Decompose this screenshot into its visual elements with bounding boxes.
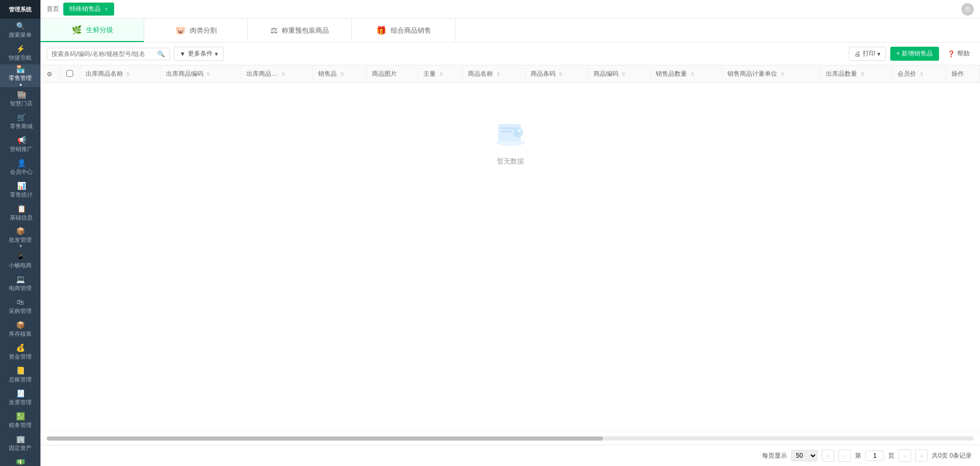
first-page-button[interactable]: « bbox=[822, 449, 834, 462]
topbar-right: 用 bbox=[961, 3, 974, 16]
sidebar-item-wholesale[interactable]: 📦 批发管理 ▼ bbox=[0, 226, 40, 249]
sidebar-item-marketing[interactable]: 📢 营销推广 bbox=[0, 133, 40, 156]
col-barcode-label: 商品条码 bbox=[531, 70, 556, 77]
sidebar-item-invoice-label: 发票管理 bbox=[9, 399, 32, 406]
svg-rect-2 bbox=[501, 127, 515, 129]
sort-member-price-icon: ⇅ bbox=[920, 72, 924, 77]
sidebar-item-basic-info[interactable]: 📋 基础信息 bbox=[0, 201, 40, 224]
col-sales-qty[interactable]: 销售品数量 ⇅ bbox=[651, 65, 722, 83]
avatar: 用 bbox=[961, 3, 974, 16]
help-button[interactable]: ❓ 帮助 bbox=[943, 47, 974, 60]
sidebar-item-mini-shop-label: 小畅电商 bbox=[9, 262, 32, 269]
sidebar-item-retail-mall-label: 零售商城 bbox=[10, 122, 33, 130]
last-page-icon: » bbox=[920, 453, 923, 459]
retail-icon: 🏪 bbox=[16, 65, 25, 73]
col-main-unit-label: 主量 bbox=[423, 70, 436, 77]
sidebar-item-ecommerce[interactable]: 💻 电商管理 bbox=[0, 272, 40, 295]
sidebar-item-inventory[interactable]: 📦 库存核算 bbox=[0, 318, 40, 340]
sidebar-item-salary[interactable]: 💵 工资 bbox=[0, 455, 40, 466]
search-input[interactable] bbox=[51, 50, 155, 58]
col-gear[interactable]: ⚙ bbox=[40, 65, 59, 83]
sidebar-item-quick-nav[interactable]: ⚡ 快捷导航 bbox=[0, 42, 40, 64]
select-all-checkbox[interactable] bbox=[66, 70, 73, 77]
col-checkbox[interactable] bbox=[59, 65, 80, 83]
tab-combo-sales[interactable]: 🎁 组合商品销售 bbox=[352, 19, 456, 42]
main-content: 首页 特殊销售品 × 用 🌿 生鲜分级 🐷 肉类分割 ⚖ 称重预包装商品 bbox=[40, 0, 980, 466]
col-member-price[interactable]: 会员价 ⇅ bbox=[892, 65, 946, 83]
col-image-label: 商品图片 bbox=[372, 70, 397, 77]
new-button[interactable]: + 新增销售品 bbox=[890, 47, 939, 61]
scrollbar-track[interactable] bbox=[47, 436, 974, 441]
scrollbar-thumb[interactable] bbox=[47, 436, 603, 441]
sidebar-item-general-ledger[interactable]: 📒 总账管理 bbox=[0, 363, 40, 386]
print-label: 打印 bbox=[863, 49, 875, 58]
combo-sales-tab-icon: 🎁 bbox=[376, 25, 387, 35]
sidebar-item-search[interactable]: 🔍 搜索菜单 bbox=[0, 19, 40, 42]
sort-sales-unit-icon: ⇅ bbox=[781, 72, 785, 77]
ecommerce-icon: 💻 bbox=[16, 275, 25, 283]
sidebar-item-purchase[interactable]: 🛍 采购管理 bbox=[0, 295, 40, 318]
col-goods-name[interactable]: 商品名称 ⇅ bbox=[463, 65, 526, 83]
tab-meat-cut[interactable]: 🐷 肉类分割 bbox=[144, 19, 248, 42]
next-page-icon: › bbox=[904, 453, 906, 459]
col-image[interactable]: 商品图片 bbox=[366, 65, 418, 83]
sidebar-item-purchase-label: 采购管理 bbox=[9, 307, 32, 315]
sidebar-item-finance[interactable]: 💰 资金管理 bbox=[0, 340, 40, 363]
sidebar-item-smart-store-label: 智慧门店 bbox=[10, 100, 33, 107]
col-goods-code[interactable]: 商品编码 ⇅ bbox=[588, 65, 651, 83]
sidebar-item-tax[interactable]: 💹 税务管理 bbox=[0, 409, 40, 432]
sidebar-item-smart-store[interactable]: 🏬 智慧门店 bbox=[0, 87, 40, 110]
sort-main-unit-icon: ⇅ bbox=[439, 72, 444, 77]
search-box[interactable]: 🔍 bbox=[47, 48, 170, 60]
sort-sales-qty-icon: ⇅ bbox=[691, 72, 695, 77]
first-page-icon: « bbox=[826, 453, 830, 459]
sidebar-item-member[interactable]: 👤 会员中心 bbox=[0, 156, 40, 179]
sidebar-item-fixed-assets[interactable]: 🏢 固定资产 bbox=[0, 432, 40, 455]
new-btn-label: + 新增销售品 bbox=[896, 49, 933, 58]
col-barcode[interactable]: 商品条码 ⇅ bbox=[526, 65, 588, 83]
col-action-label: 操作 bbox=[951, 70, 964, 77]
sidebar-item-retail[interactable]: 🏪 零售管理 ▲ bbox=[0, 64, 40, 87]
sort-goods-code-icon: ⇅ bbox=[622, 72, 626, 77]
col-out-spec[interactable]: 出库商品… ⇅ bbox=[241, 65, 313, 83]
col-out-code-label: 出库商品编码 bbox=[166, 70, 203, 77]
empty-text: 暂无数据 bbox=[497, 157, 524, 166]
filter-button[interactable]: ▼ 更多条件 ▾ bbox=[174, 47, 224, 61]
sidebar-item-retail-mall[interactable]: 🛒 零售商城 bbox=[0, 110, 40, 133]
per-page-select[interactable]: 50 10 20 100 bbox=[791, 450, 818, 461]
col-sales-item[interactable]: 销售品 ⇅ bbox=[313, 65, 366, 83]
filter-icon: ▼ bbox=[180, 50, 186, 58]
tab-weight-prepack[interactable]: ⚖ 称重预包装商品 bbox=[248, 19, 352, 42]
col-out-code[interactable]: 出库商品编码 ⇅ bbox=[160, 65, 241, 83]
col-out-qty[interactable]: 出库品数量 ⇅ bbox=[821, 65, 892, 83]
home-link[interactable]: 首页 bbox=[47, 5, 59, 13]
col-out-name[interactable]: 出库商品名称 ⇅ bbox=[80, 65, 160, 83]
finance-icon: 💰 bbox=[16, 344, 25, 352]
next-page-button[interactable]: › bbox=[899, 449, 911, 462]
sidebar-item-ecommerce-label: 电商管理 bbox=[9, 284, 32, 292]
tab-close-button[interactable]: × bbox=[105, 6, 108, 12]
sidebar-item-retail-stats-label: 零售统计 bbox=[10, 191, 33, 199]
sidebar-item-finance-label: 资金管理 bbox=[9, 353, 32, 361]
member-icon: 👤 bbox=[17, 159, 26, 167]
sidebar-item-invoice[interactable]: 🧾 发票管理 bbox=[0, 386, 40, 409]
total-info: 共0页 0条记录 bbox=[932, 451, 972, 460]
tab-fresh-grade[interactable]: 🌿 生鲜分级 bbox=[40, 19, 144, 42]
table-container: ⚙ 出库商品名称 ⇅ 出库商品编码 ⇅ 出库商品 bbox=[40, 65, 980, 432]
print-button[interactable]: 🖨 打印 ▾ bbox=[849, 47, 886, 61]
last-page-button[interactable]: » bbox=[915, 449, 928, 462]
data-table: ⚙ 出库商品名称 ⇅ 出库商品编码 ⇅ 出库商品 bbox=[40, 65, 980, 83]
sidebar-item-retail-stats[interactable]: 📊 零售统计 bbox=[0, 179, 40, 201]
prev-page-button[interactable]: ‹ bbox=[838, 449, 851, 462]
col-goods-code-label: 商品编码 bbox=[593, 70, 618, 77]
tab-combo-sales-label: 组合商品销售 bbox=[391, 26, 431, 35]
page-input[interactable] bbox=[865, 450, 884, 461]
print-arrow-icon: ▾ bbox=[877, 50, 880, 58]
col-main-unit[interactable]: 主量 ⇅ bbox=[418, 65, 463, 83]
sidebar-item-mini-shop[interactable]: 📱 小畅电商 bbox=[0, 249, 40, 272]
prev-page-icon: ‹ bbox=[844, 453, 846, 459]
col-sales-unit[interactable]: 销售商品计量单位 ⇅ bbox=[722, 65, 821, 83]
tab-weight-prepack-label: 称重预包装商品 bbox=[282, 26, 329, 35]
active-tab[interactable]: 特殊销售品 × bbox=[63, 3, 114, 16]
per-page-label: 每页显示 bbox=[762, 451, 787, 460]
